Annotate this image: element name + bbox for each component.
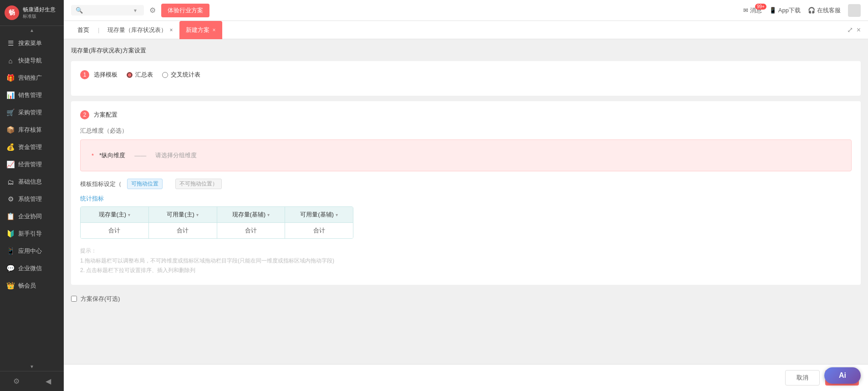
gear-icon[interactable]: ⚙ xyxy=(149,6,156,15)
tab-home[interactable]: 首页 xyxy=(71,21,96,39)
radio-summary[interactable]: 汇总表 xyxy=(127,71,153,79)
sidebar-item-operations[interactable]: 📈 经营管理 xyxy=(0,156,64,173)
tab-expand-btn[interactable]: ⤢ xyxy=(847,26,853,34)
sidebar-label-purchase: 采购管理 xyxy=(18,108,42,117)
save-option-label: 方案保存(可选) xyxy=(81,295,120,303)
sidebar-label-marketing: 营销推广 xyxy=(18,74,42,82)
col-name-1: 可用量(主) xyxy=(167,211,194,219)
search-input[interactable] xyxy=(86,7,131,14)
col-header-0[interactable]: 现存量(主) ▾ xyxy=(81,207,149,222)
dim-separator: —— xyxy=(134,152,146,159)
sidebar-item-contract[interactable]: 📋 企业协同 xyxy=(0,208,64,225)
home-icon: ⌂ xyxy=(6,57,15,65)
basics-icon: 🗂 xyxy=(6,178,15,186)
finance-icon: 💰 xyxy=(6,143,15,151)
new-plan-tab-label: 新建方案 xyxy=(186,26,209,34)
member-icon: 👑 xyxy=(6,282,15,290)
tips-section: 提示： 1.拖动标题栏可以调整布局，不可跨维度或指标区域拖动栏目字段(只能在同一… xyxy=(80,246,852,276)
sidebar-item-member[interactable]: 👑 畅会员 xyxy=(0,277,64,294)
app-name: 畅康通好生意 xyxy=(23,6,56,14)
radio-summary-label: 汇总表 xyxy=(135,71,153,79)
col-chevron-1: ▾ xyxy=(196,212,199,217)
sidebar-label-finance: 资金管理 xyxy=(18,143,42,151)
tip-1: 1.拖动标题栏可以调整布局，不可跨维度或指标区域拖动栏目字段(只能在同一维度或指… xyxy=(80,257,334,264)
logo-icon: 畅 xyxy=(5,5,19,20)
action-bar: 取消 查询 xyxy=(64,364,868,391)
sidebar-scroll-down[interactable]: ▼ xyxy=(0,362,64,371)
sidebar-item-inventory[interactable]: 📦 库存核算 xyxy=(0,121,64,139)
col-header-2[interactable]: 现存量(基辅) ▾ xyxy=(217,207,286,222)
col-name-0: 现存量(主) xyxy=(99,211,127,219)
sidebar-item-apps[interactable]: 📱 应用中心 xyxy=(0,242,64,260)
cell-1: 合计 xyxy=(149,222,217,238)
section-plan-config: 2 方案配置 汇总维度（必选） * *纵向维度 —— 请选择分组维度 模板指标设… xyxy=(71,101,861,285)
stats-label: 统计指标 xyxy=(80,195,852,203)
collapse-btn[interactable]: ◀ xyxy=(42,375,55,387)
app-download-btn[interactable]: 📱 App下载 xyxy=(769,6,801,15)
tab-close-icon[interactable]: × xyxy=(857,26,861,34)
messages-badge: 99+ xyxy=(755,4,766,10)
tips-title: 提示： xyxy=(80,247,97,254)
sidebar-item-quicknav[interactable]: ⌂ 快捷导航 xyxy=(0,52,64,69)
user-avatar[interactable] xyxy=(848,4,861,17)
home-tab-label: 首页 xyxy=(77,26,89,34)
tabs-bar: 首页 | 现存量（库存状况表） × 新建方案 × ⤢ × xyxy=(64,21,868,39)
col-name-3: 可用量(基辅) xyxy=(300,211,334,219)
sidebar-label-inventory: 库存核算 xyxy=(18,126,42,134)
sidebar-item-purchase[interactable]: 🛒 采购管理 xyxy=(0,104,64,121)
sidebar-item-system[interactable]: ⚙ 系统管理 xyxy=(0,190,64,208)
indicator-setting: 模板指标设定（ 可拖动位置 不可拖动位置） xyxy=(80,179,852,189)
col-header-1[interactable]: 可用量(主) ▾ xyxy=(149,207,217,222)
cancel-button[interactable]: 取消 xyxy=(785,370,820,386)
non-draggable-tag: 不可拖动位置） xyxy=(175,179,222,189)
tab-divider-1: | xyxy=(98,26,99,33)
radio-summary-input[interactable] xyxy=(127,72,133,78)
inventory-tab-close[interactable]: × xyxy=(169,27,173,33)
save-option: 方案保存(可选) xyxy=(71,290,861,308)
dimension-box[interactable]: * *纵向维度 —— 请选择分组维度 xyxy=(80,139,852,171)
messages-btn[interactable]: ✉ 消息 99+ xyxy=(743,6,762,15)
topbar-right: ✉ 消息 99+ 📱 App下载 🎧 在线客服 xyxy=(743,4,861,17)
page-title: 现存量(库存状况表)方案设置 xyxy=(71,46,861,55)
sidebar-label-search: 搜索菜单 xyxy=(18,39,42,47)
radio-cross-input[interactable] xyxy=(162,72,168,78)
sidebar-item-finance[interactable]: 💰 资金管理 xyxy=(0,139,64,156)
system-icon: ⚙ xyxy=(6,195,15,203)
col-chevron-3: ▾ xyxy=(336,212,338,217)
inventory-icon: 📦 xyxy=(6,126,15,134)
search-box[interactable]: 🔍 ▾ xyxy=(71,5,144,15)
sidebar-label-wechat: 企业微信 xyxy=(18,264,42,273)
sidebar-nav: ☰ 搜索菜单 ⌂ 快捷导航 🎁 营销推广 📊 销售管理 🛒 采购管理 📦 库存核… xyxy=(0,35,64,362)
search-dropdown-icon[interactable]: ▾ xyxy=(134,7,137,14)
settings-btn[interactable]: ⚙ xyxy=(10,375,23,387)
sidebar-item-basics[interactable]: 🗂 基础信息 xyxy=(0,173,64,190)
tab-new-plan[interactable]: 新建方案 × xyxy=(179,21,222,39)
sidebar-label-quicknav: 快捷导航 xyxy=(18,57,42,65)
sidebar-item-wechat[interactable]: 💬 企业微信 xyxy=(0,260,64,277)
industry-btn[interactable]: 体验行业方案 xyxy=(161,4,209,17)
ops-icon: 📈 xyxy=(6,160,15,169)
new-plan-tab-close[interactable]: × xyxy=(212,27,215,33)
save-checkbox[interactable] xyxy=(71,296,77,302)
stats-table: 现存量(主) ▾ 可用量(主) ▾ 现存量(基辅) ▾ 可用量(基辅) ▾ xyxy=(80,206,353,239)
sidebar-item-guide[interactable]: 🔰 新手引导 xyxy=(0,225,64,242)
sidebar-item-sales[interactable]: 📊 销售管理 xyxy=(0,87,64,104)
guide-icon: 🔰 xyxy=(6,230,15,238)
sidebar-scroll-up[interactable]: ▲ xyxy=(0,26,64,35)
sales-icon: 📊 xyxy=(6,91,15,99)
sidebar-item-search[interactable]: ☰ 搜索菜单 xyxy=(0,35,64,52)
radio-cross[interactable]: 交叉统计表 xyxy=(162,71,200,79)
gift-icon: 🎁 xyxy=(6,74,15,82)
sidebar-label-sales: 销售管理 xyxy=(18,91,42,99)
ai-float-button[interactable]: Ai xyxy=(824,367,861,384)
search-icon: 🔍 xyxy=(76,7,83,14)
tab-inventory[interactable]: 现存量（库存状况表） × xyxy=(101,21,179,39)
online-service-btn[interactable]: 🎧 在线客服 xyxy=(808,6,841,15)
sidebar-item-marketing[interactable]: 🎁 营销推广 xyxy=(0,69,64,87)
apps-icon: 📱 xyxy=(6,247,15,255)
col-header-3[interactable]: 可用量(基辅) ▾ xyxy=(285,207,353,222)
required-star: * xyxy=(92,152,94,159)
dim-placeholder: 请选择分组维度 xyxy=(155,151,197,159)
tip-2: 2. 点击标题栏下拉可设置排序、插入列和删除列 xyxy=(80,267,195,273)
indicator-setting-label: 模板指标设定（ xyxy=(80,180,122,188)
